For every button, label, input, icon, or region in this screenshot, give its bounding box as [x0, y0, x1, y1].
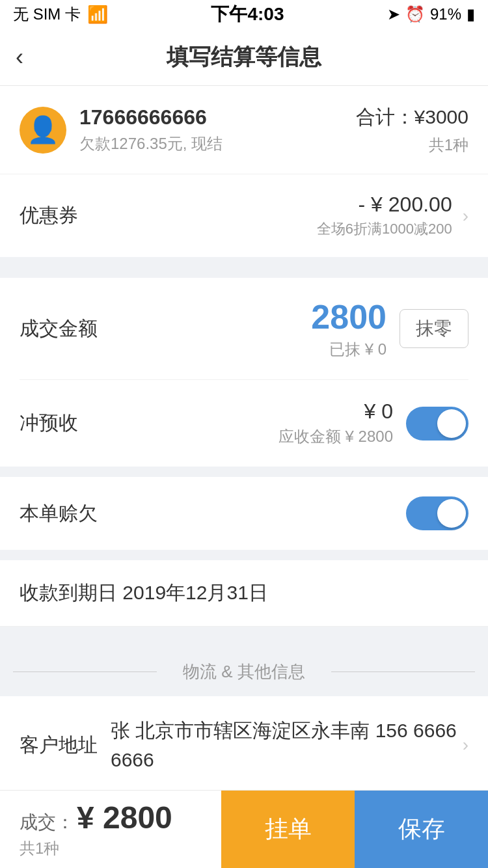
customer-row: 👤 17666666666 欠款1276.35元, 现结 合计：¥3000 共1… [0, 86, 488, 174]
amount-section: 成交金额 2800 已抹 ¥ 0 抹零 冲预收 ¥ 0 应收金额 ¥ 2800 [0, 278, 488, 467]
avatar-icon: 👤 [27, 115, 59, 145]
prepay-sub: 应收金额 ¥ 2800 [278, 426, 393, 447]
deal-label: 成交金额 [20, 316, 98, 342]
page-title: 填写结算等信息 [167, 42, 321, 72]
bottom-summary: 成交： ¥ 2800 共1种 [0, 800, 221, 859]
coupon-value: - ¥ 200.00 全场6折满1000减200 [317, 193, 452, 239]
coupon-row[interactable]: 优惠券 - ¥ 200.00 全场6折满1000减200 › [0, 174, 488, 257]
bottom-deal-label: 成交： [20, 810, 74, 835]
customer-section: 👤 17666666666 欠款1276.35元, 现结 合计：¥3000 共1… [0, 86, 488, 257]
bottom-bar: 成交： ¥ 2800 共1种 挂单 保存 [0, 790, 488, 868]
total-amount: 合计：¥3000 [356, 104, 468, 131]
coupon-amount: - ¥ 200.00 [317, 193, 452, 217]
chevron-right-icon: › [463, 206, 468, 226]
nav-bar: ‹ 填写结算等信息 [0, 29, 488, 86]
customer-phone: 17666666666 [79, 105, 223, 129]
debit-toggle[interactable] [406, 496, 468, 530]
avatar: 👤 [20, 107, 66, 154]
hold-button[interactable]: 挂单 [221, 791, 355, 868]
customer-info: 17666666666 欠款1276.35元, 现结 [79, 105, 223, 154]
status-time: 下午4:03 [211, 2, 284, 27]
duedate-text: 收款到期日 2019年12月31日 [20, 580, 468, 606]
deal-value-group: 2800 已抹 ¥ 0 [311, 297, 386, 360]
coupon-desc: 全场6折满1000减200 [317, 219, 452, 239]
status-bar: 无 SIM 卡 📶 下午4:03 ➤ ⏰ 91% ▮ [0, 0, 488, 29]
logistics-divider: 物流 & 其他信息 [0, 647, 488, 696]
prepay-row: 冲预收 ¥ 0 应收金额 ¥ 2800 [20, 380, 468, 467]
separator-3 [0, 637, 488, 647]
battery-icon: ▮ [467, 5, 475, 23]
bottom-amount: ¥ 2800 [77, 800, 172, 835]
prepay-amount: ¥ 0 [278, 400, 393, 424]
divider-line-left [13, 671, 157, 672]
prepay-value-group: ¥ 0 应收金额 ¥ 2800 [278, 400, 393, 447]
divider-line-right [331, 671, 475, 672]
coupon-right: - ¥ 200.00 全场6折满1000减200 › [317, 193, 468, 239]
deal-right: 2800 已抹 ¥ 0 抹零 [311, 297, 468, 360]
round-button[interactable]: 抹零 [400, 309, 468, 348]
deal-amount-row: 成交金额 2800 已抹 ¥ 0 抹零 [20, 278, 468, 380]
address-label: 客户地址 [20, 732, 98, 759]
address-section[interactable]: 客户地址 张 北京市市辖区海淀区永丰南 156 6666 6666 › [0, 696, 488, 794]
prepay-toggle[interactable] [406, 407, 468, 441]
deal-amount: 2800 [311, 297, 386, 336]
customer-sub: 欠款1276.35元, 现结 [79, 133, 223, 154]
address-value: 张 北京市市辖区海淀区永丰南 156 6666 6666 [111, 716, 463, 774]
alarm-icon: ⏰ [405, 5, 425, 23]
duedate-section: 收款到期日 2019年12月31日 [0, 560, 488, 627]
prepay-label: 冲预收 [20, 410, 78, 437]
save-button[interactable]: 保存 [355, 791, 488, 868]
bottom-count: 共1种 [20, 838, 202, 859]
location-icon: ➤ [387, 5, 400, 23]
battery-level: 91% [430, 5, 461, 23]
separator-2 [0, 467, 488, 477]
logistics-label: 物流 & 其他信息 [183, 660, 305, 683]
sim-status: 无 SIM 卡 [13, 4, 81, 25]
debit-label: 本单赊欠 [20, 500, 98, 527]
status-right: ➤ ⏰ 91% ▮ [387, 5, 475, 23]
customer-right: 合计：¥3000 共1种 [356, 104, 468, 156]
wifi-icon: 📶 [87, 5, 108, 25]
status-left: 无 SIM 卡 📶 [13, 4, 108, 25]
debit-section: 本单赊欠 [0, 477, 488, 550]
address-chevron-icon: › [463, 735, 468, 755]
customer-left: 👤 17666666666 欠款1276.35元, 现结 [20, 105, 223, 154]
separator-1 [0, 267, 488, 278]
prepay-right: ¥ 0 应收金额 ¥ 2800 [278, 400, 468, 447]
deal-sub: 已抹 ¥ 0 [311, 339, 386, 360]
back-button[interactable]: ‹ [16, 44, 23, 71]
total-count: 共1种 [356, 135, 468, 156]
coupon-label: 优惠券 [20, 202, 78, 229]
